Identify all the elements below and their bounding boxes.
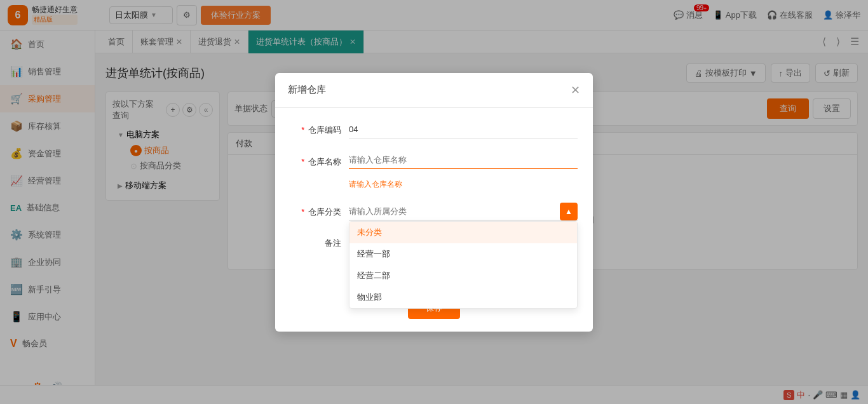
form-row-category: * 仓库分类 ▲ 未分类 经营一部 经营二部 物业部 [290,203,578,221]
dropdown-item-1[interactable]: 经营一部 [349,243,577,265]
modal-header: 新增仓库 ✕ [275,73,593,108]
category-dropdown: 未分类 经营一部 经营二部 物业部 [349,221,578,309]
form-row-code: * 仓库编码 [290,121,578,138]
category-dropdown-button[interactable]: ▲ [560,203,578,220]
category-input-wrap: ▲ [349,203,578,221]
code-input[interactable] [349,121,578,138]
name-label: * 仓库名称 [290,152,341,168]
category-input[interactable] [349,203,560,220]
dropdown-item-2[interactable]: 经营二部 [349,265,577,286]
modal-body: * 仓库编码 * 仓库名称 请输入仓库名称 [275,108,593,297]
modal-close-button[interactable]: ✕ [571,83,580,97]
add-warehouse-modal: 新增仓库 ✕ * 仓库编码 * 仓库名称 [275,73,593,332]
code-label: * 仓库编码 [290,121,341,136]
name-input[interactable] [349,151,578,169]
dropdown-item-0[interactable]: 未分类 [349,222,577,243]
note-label: 备注 [290,234,341,249]
modal-overlay[interactable]: 新增仓库 ✕ * 仓库编码 * 仓库名称 [0,0,868,404]
name-error-tip: 请输入仓库名称 [349,179,402,190]
form-row-name: * 仓库名称 请输入仓库名称 [290,151,578,190]
modal-title: 新增仓库 [288,84,326,96]
category-label: * 仓库分类 [290,203,341,218]
category-select-container: ▲ 未分类 经营一部 经营二部 物业部 [349,203,578,221]
dropdown-item-3[interactable]: 物业部 [349,286,577,308]
